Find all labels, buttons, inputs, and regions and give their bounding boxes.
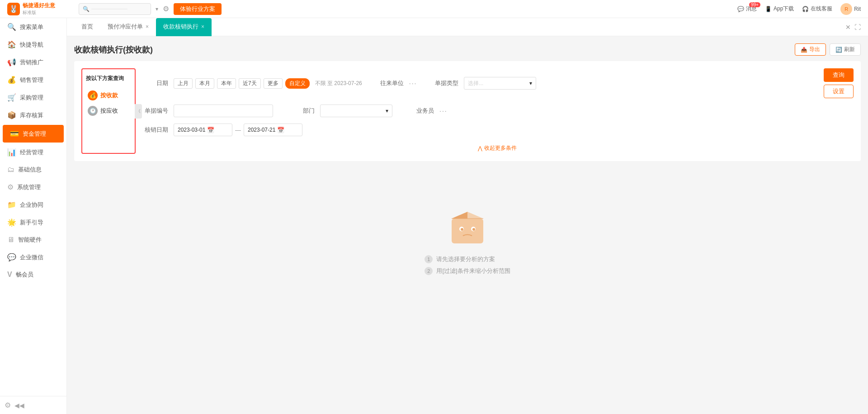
empty-hint-2: 2 用[过滤]条件来缩小分析范围 [425,267,510,275]
sidebar-item-search[interactable]: 🔍 搜索菜单 [0,18,66,36]
page-header: 收款核销执行(按收款) 📤 导出 🔄 刷新 [74,43,861,56]
hardware-icon: 🖥 [7,236,14,244]
operation-icon: 📊 [7,148,16,157]
department-select[interactable]: ▾ [320,105,392,117]
tab-prepay[interactable]: 预付冲应付单 × [100,18,156,36]
sidebar-item-member[interactable]: V 畅会员 [0,266,66,283]
sidebar-settings-icon[interactable]: ⚙ [5,401,11,409]
filter-scheme-panel: 按以下方案查询 💰 按收款 🕐 按应收 《 [81,68,136,154]
empty-hints: 1 请先选择要分析的方案 2 用[过滤]条件来缩小分析范围 [425,255,510,275]
date-btn-thismonth[interactable]: 本月 [195,78,214,89]
sidebar-item-operation[interactable]: 📊 经营管理 [0,143,66,161]
user-avatar[interactable]: R Rit [840,3,861,15]
topbar: 🐰 畅捷通好生意 标准版 🔍 ▾ ⚙ 体验行业方案 💬 消息 99+ 📱 App… [0,0,868,18]
purchase-icon: 🛒 [7,93,16,102]
tab-expand-icon[interactable]: ⛶ [854,24,861,31]
filter-row-1: 日期 上月 本月 本年 近7天 更多 自定义 不限 至 2023-07-26 往… [141,68,854,98]
finance-icon: 💳 [10,129,19,138]
sidebar-item-finance[interactable]: 💳 资金管理 [3,125,64,143]
writeoff-date-from-input[interactable]: 2023-03-01 📅 [174,124,232,136]
tab-writeoff-close[interactable]: × [201,24,204,30]
app-download-button[interactable]: 📱 App下载 [765,5,794,13]
date-quick-group: 上月 本月 本年 近7天 更多 自定义 [174,78,310,89]
tabbar: 首页 预付冲应付单 × 收款核销执行 × ✕ ⛶ [67,18,868,36]
message-button[interactable]: 💬 消息 99+ [737,5,757,13]
writeoff-date-group: 2023-03-01 📅 — 2023-07-21 📅 [174,124,302,136]
sidebar-collapse-icon[interactable]: ◀◀ [14,402,24,409]
tab-home[interactable]: 首页 [74,18,100,36]
sidebar-bottom: ⚙ ◀◀ [0,396,66,414]
empty-illustration [440,203,495,248]
industry-solution-button[interactable]: 体验行业方案 [174,3,222,15]
receivable-icon: 🕐 [88,106,98,116]
sidebar-item-marketing[interactable]: 📢 营销推广 [0,53,66,71]
topbar-settings-icon[interactable]: ⚙ [163,5,169,13]
tab-close-all-icon[interactable]: ✕ [845,24,851,31]
logo-text: 畅捷通好生意 标准版 [23,2,55,16]
online-service-button[interactable]: 🎧 在线客服 [802,5,832,13]
sidebar-item-sales[interactable]: 💰 销售管理 [0,71,66,89]
date-range-text: 不限 至 2023-07-26 [315,80,362,87]
settings-button[interactable]: 设置 [824,85,854,98]
docnumber-label: 单据编号 [141,107,168,115]
filter-option-by-receivable[interactable]: 🕐 按应收 [86,103,131,119]
filter-sidebar-title: 按以下方案查询 [86,75,131,82]
avatar: R [840,3,852,15]
sidebar-item-weixin[interactable]: 💬 企业微信 [0,248,66,266]
calendar-from-icon[interactable]: 📅 [207,127,214,133]
date-btn-custom[interactable]: 自定义 [285,78,310,89]
sales-icon: 💰 [7,76,16,84]
writeoff-date-to-input[interactable]: 2023-07-21 📅 [244,124,302,136]
date-btn-7days[interactable]: 近7天 [239,78,261,89]
export-button[interactable]: 📤 导出 [795,43,826,56]
page-actions: 📤 导出 🔄 刷新 [795,43,861,56]
doctype-select[interactable]: 选择... ▾ [464,77,536,90]
sidebar-item-guide[interactable]: 🌟 新手引导 [0,214,66,231]
weixin-icon: 💬 [7,253,16,262]
sidebar-item-hardware[interactable]: 🖥 智能硬件 [0,231,66,248]
topbar-dropdown-arrow[interactable]: ▾ [156,6,158,12]
sidebar-item-quicknav[interactable]: 🏠 快捷导航 [0,36,66,53]
doctype-label: 单据类型 [431,79,458,87]
tab-writeoff[interactable]: 收款核销执行 × [156,18,212,36]
sidebar: 🔍 搜索菜单 🏠 快捷导航 📢 营销推广 💰 销售管理 🛒 采购管理 📦 库存核… [0,18,67,414]
search-icon: 🔍 [7,23,16,31]
tab-prepay-close[interactable]: × [146,24,149,30]
filter-option-by-receipt[interactable]: 💰 按收款 [86,88,131,103]
staff-label: 业务员 [407,107,434,115]
sidebar-item-sysmanage[interactable]: ⚙ 系统管理 [0,178,66,196]
calendar-to-icon[interactable]: 📅 [277,127,284,133]
logo-area: 🐰 畅捷通好生意 标准版 [7,2,74,16]
sidebar-item-enterprise[interactable]: 📁 企业协同 [0,196,66,214]
date-btn-more[interactable]: 更多 [264,78,283,89]
marketing-icon: 📢 [7,58,16,67]
empty-svg [440,203,495,248]
tabbar-right: ✕ ⛶ [845,24,861,31]
page-title: 收款核销执行(按收款) [74,44,153,55]
filter-actions: 查询 设置 [824,68,854,98]
empty-state: 1 请先选择要分析的方案 2 用[过滤]条件来缩小分析范围 [74,167,861,311]
refresh-button[interactable]: 🔄 刷新 [830,43,861,56]
query-button[interactable]: 查询 [824,68,854,82]
filter-row-2: 单据编号 部门 ▾ 业务员 ··· [141,105,854,117]
username-label: Rit [854,6,861,12]
date-btn-thisyear[interactable]: 本年 [217,78,236,89]
enterprise-icon: 📁 [7,200,16,209]
topbar-right: 💬 消息 99+ 📱 App下载 🎧 在线客服 R Rit [737,3,861,15]
filter-rows: 日期 上月 本月 本年 近7天 更多 自定义 不限 至 2023-07-26 往… [141,68,854,154]
sidebar-item-purchase[interactable]: 🛒 采购管理 [0,89,66,106]
staff-input-dots[interactable]: ··· [439,107,448,114]
topbar-search[interactable]: 🔍 [79,3,151,15]
filter-sidebar-collapse-btn[interactable]: 《 [135,104,142,119]
counterparty-label: 往来单位 [377,79,404,87]
svg-point-5 [472,228,475,231]
main-content: 首页 预付冲应付单 × 收款核销执行 × ✕ ⛶ 收款核销执行(按收款) 📤 导… [67,18,868,414]
counterparty-input-dots[interactable]: ··· [409,80,417,87]
svg-point-4 [461,228,463,231]
date-btn-lastmonth[interactable]: 上月 [174,78,193,89]
sidebar-item-inventory[interactable]: 📦 库存核算 [0,106,66,124]
collapse-conditions-button[interactable]: ⋀ 收起更多条件 [141,143,854,154]
sidebar-item-basicinfo[interactable]: 🗂 基础信息 [0,161,66,178]
system-icon: ⚙ [7,183,14,191]
docnumber-input[interactable] [174,105,273,117]
